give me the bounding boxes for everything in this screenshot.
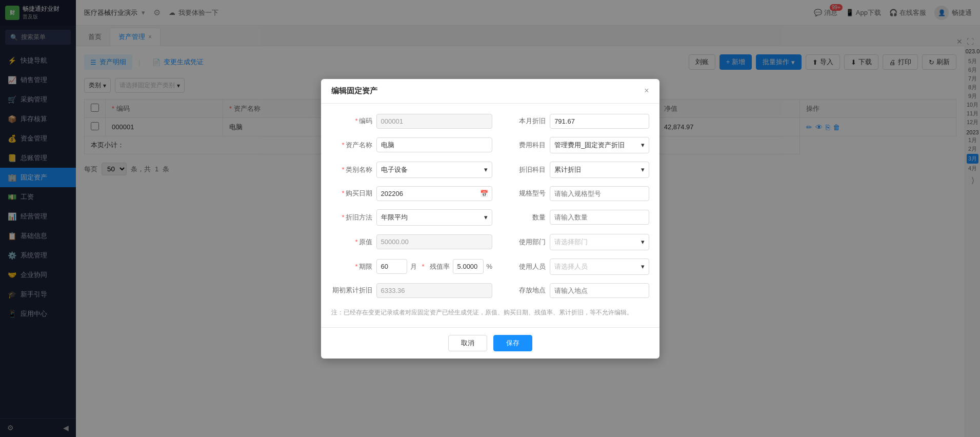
asset-name-label: *资产名称 <box>331 141 372 150</box>
monthly-depreciation-field: 本月折旧 <box>505 114 649 129</box>
original-value-field: *原值 <box>331 234 493 250</box>
quantity-field: 数量 <box>505 209 649 226</box>
spec-field: 规格型号 <box>505 186 649 201</box>
purchase-date-label: *购买日期 <box>331 189 372 198</box>
monthly-depreciation-label: 本月折旧 <box>505 116 546 126</box>
category-name-field: *类别名称 电子设备 ▾ <box>331 162 493 178</box>
depreciation-method-label: *折旧方法 <box>331 213 372 222</box>
original-value-input[interactable] <box>376 234 493 249</box>
asset-name-input[interactable] <box>376 137 493 152</box>
code-input[interactable] <box>376 114 493 129</box>
modal-footer: 取消 保存 <box>321 327 659 359</box>
expense-subject-field: 费用科目 管理费用_固定资产折旧 ▾ <box>505 137 649 153</box>
category-name-label: *类别名称 <box>331 165 372 174</box>
modal-overlay: 编辑固定资产 × *编码 本月折旧 <box>0 0 980 437</box>
edit-asset-modal: 编辑固定资产 × *编码 本月折旧 <box>321 79 659 359</box>
dept-dropdown-icon: ▾ <box>641 238 645 246</box>
quantity-input[interactable] <box>550 210 649 225</box>
expense-subject-select[interactable]: 管理费用_固定资产折旧 ▾ <box>550 137 649 153</box>
monthly-depreciation-input[interactable] <box>550 114 649 129</box>
dept-field: 使用部门 请选择部门 ▾ <box>505 234 649 250</box>
calendar-icon[interactable]: 📅 <box>480 190 488 197</box>
code-field: *编码 <box>331 114 493 129</box>
asset-name-field: *资产名称 <box>331 137 493 153</box>
user-label: 使用人员 <box>505 262 546 271</box>
initial-accumulated-field: 期初累计折旧 <box>331 283 493 298</box>
dept-select[interactable]: 请选择部门 ▾ <box>550 234 649 250</box>
depreciation-method-select[interactable]: 年限平均 ▾ <box>376 209 493 226</box>
form-note: 注：已经存在变更记录或者对应固定资产已经生成凭证，原值、购买日期、残值率、累计折… <box>331 308 649 317</box>
depreciation-subject-field: 折旧科目 累计折旧 ▾ <box>505 162 649 178</box>
modal-body: *编码 本月折旧 *资产名称 <box>321 104 659 327</box>
purchase-date-field: *购买日期 📅 <box>331 186 493 201</box>
dept-label: 使用部门 <box>505 237 546 247</box>
user-field: 使用人员 请选择人员 ▾ <box>505 259 649 275</box>
location-input[interactable] <box>550 283 649 298</box>
initial-accumulated-label: 期初累计折旧 <box>331 286 372 295</box>
original-value-label: *原值 <box>331 237 372 247</box>
user-select[interactable]: 请选择人员 ▾ <box>550 259 649 275</box>
expense-subject-label: 费用科目 <box>505 141 546 150</box>
depreciation-method-dropdown-icon: ▾ <box>484 213 488 221</box>
category-select[interactable]: 电子设备 ▾ <box>376 162 493 178</box>
code-label: *编码 <box>331 116 372 126</box>
period-inline: 月 * 残值率 % <box>376 259 493 274</box>
cancel-button[interactable]: 取消 <box>448 335 487 351</box>
residual-rate-input[interactable] <box>453 259 484 274</box>
period-label: *期限 <box>331 262 372 271</box>
depreciation-subject-dropdown-icon: ▾ <box>641 166 645 173</box>
expense-subject-dropdown-icon: ▾ <box>641 141 645 149</box>
depreciation-subject-select[interactable]: 累计折旧 ▾ <box>550 162 649 178</box>
form-grid: *编码 本月折旧 *资产名称 <box>331 114 649 317</box>
spec-input[interactable] <box>550 186 649 201</box>
modal-title: 编辑固定资产 <box>331 86 377 96</box>
period-residual-field: *期限 月 * 残值率 % <box>331 259 493 275</box>
period-input[interactable] <box>376 259 407 274</box>
modal-header: 编辑固定资产 × <box>321 79 659 104</box>
location-field: 存放地点 <box>505 283 649 298</box>
purchase-date-input[interactable] <box>376 186 493 201</box>
quantity-label: 数量 <box>505 213 546 222</box>
spec-label: 规格型号 <box>505 189 546 198</box>
save-button[interactable]: 保存 <box>493 335 532 351</box>
location-label: 存放地点 <box>505 286 546 295</box>
category-dropdown-icon: ▾ <box>484 166 488 173</box>
user-dropdown-icon: ▾ <box>641 263 645 270</box>
modal-close-button[interactable]: × <box>644 86 649 95</box>
purchase-date-wrapper: 📅 <box>376 186 493 201</box>
initial-accumulated-input[interactable] <box>376 283 493 298</box>
depreciation-method-field: *折旧方法 年限平均 ▾ <box>331 209 493 226</box>
depreciation-subject-label: 折旧科目 <box>505 165 546 174</box>
